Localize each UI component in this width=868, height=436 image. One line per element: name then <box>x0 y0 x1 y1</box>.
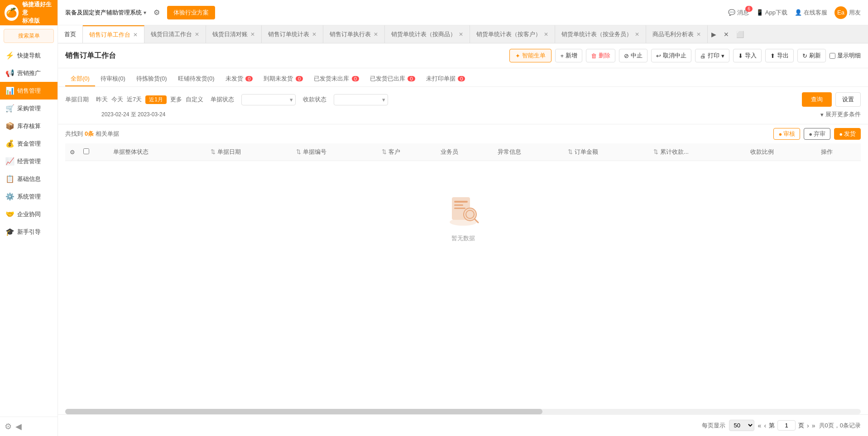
page-number-input[interactable] <box>777 420 796 431</box>
app-download-button[interactable]: 📱 App下载 <box>756 9 787 17</box>
sidebar-item-system[interactable]: ⚙️ 系统管理 <box>0 188 58 205</box>
th-status: 单据整体状态 <box>110 143 207 161</box>
cancel-stop-button[interactable]: ↩ 取消中止 <box>651 49 691 62</box>
tab-close-cash-reconcile[interactable]: ✕ <box>250 31 255 38</box>
prev-page-button[interactable]: ‹ <box>764 422 766 429</box>
tab-bar: 首页 销售订单工作台 ✕ 钱货日清工作台 ✕ 钱货日清对账 ✕ 销售订单统计表 … <box>58 25 868 43</box>
system-icon: ⚙️ <box>5 192 14 201</box>
sub-tab-unshipped[interactable]: 未发货 0 <box>220 72 259 86</box>
tab-restore[interactable]: ⬜ <box>733 25 748 43</box>
setting-button[interactable]: 设置 <box>835 92 861 107</box>
audit-button[interactable]: ● 审核 <box>773 128 800 140</box>
expand-conditions-button[interactable]: ▾ 展开更多条件 <box>820 110 861 118</box>
sort-amount-icon[interactable]: ⇅ <box>568 148 573 155</box>
sort-customer-icon[interactable]: ⇅ <box>382 148 387 155</box>
th-ratio: 收款比例 <box>747 143 817 161</box>
tab-sale-stats-product[interactable]: 销货单统计表（按商品） ✕ <box>385 25 470 43</box>
tab-close-goods-margin[interactable]: ✕ <box>696 31 701 38</box>
message-button[interactable]: 💬 消息 6 <box>728 9 749 17</box>
smart-generate-button[interactable]: ✦ 智能生单 <box>509 49 551 62</box>
page-size-select[interactable]: 50 10 20 100 <box>729 420 754 431</box>
settings-button[interactable]: ⚙ <box>152 8 162 17</box>
tab-close-sale-stats-product[interactable]: ✕ <box>459 31 463 38</box>
tab-close-all[interactable]: ✕ <box>720 25 733 43</box>
print-dropdown-icon: ▾ <box>721 52 724 59</box>
tab-close-sales-exec[interactable]: ✕ <box>374 31 378 38</box>
status-filter-label: 单据状态 <box>211 95 234 104</box>
tab-nav-more[interactable]: ▶ <box>708 25 720 43</box>
stop-button[interactable]: ⊘ 中止 <box>619 49 647 62</box>
industry-solution-button[interactable]: 体验行业方案 <box>167 6 215 19</box>
date-opt-7days[interactable]: 近7天 <box>127 95 142 104</box>
th-config[interactable]: ⚙ <box>65 143 80 161</box>
tab-sale-stats-customer[interactable]: 销货单统计表（按客户） ✕ <box>470 25 555 43</box>
sidebar-item-guide[interactable]: 🎓 新手引导 <box>0 223 58 241</box>
sidebar-item-basic[interactable]: 📋 基础信息 <box>0 170 58 188</box>
sub-tab-pending-review[interactable]: 待审核(0) <box>95 72 131 86</box>
print-button[interactable]: 🖨 打印 ▾ <box>695 49 729 62</box>
tab-close-sale-stats-staff[interactable]: ✕ <box>635 31 639 38</box>
date-opt-1month[interactable]: 近1月 <box>145 95 167 104</box>
sub-tab-all[interactable]: 全部(0) <box>65 72 95 86</box>
show-detail-checkbox[interactable] <box>830 53 835 59</box>
tab-sales-order[interactable]: 销售订单工作台 ✕ <box>83 25 144 43</box>
sidebar-settings-icon[interactable]: ⚙ <box>5 422 12 431</box>
table-summary: 共找到 0条 相关单据 ● 审核 ● 弃审 ● <box>65 124 861 143</box>
sidebar-item-sales[interactable]: 📊 销售管理 <box>0 82 58 100</box>
tab-sales-stats[interactable]: 销售订单统计表 ✕ <box>262 25 323 43</box>
horizontal-scrollbar[interactable] <box>65 409 861 414</box>
tab-goods-margin[interactable]: 商品毛利分析表 ✕ <box>646 25 708 43</box>
sub-tab-wangpu-pending[interactable]: 旺铺待发货(0) <box>173 72 220 86</box>
sidebar-item-enterprise[interactable]: 🤝 企业协同 <box>0 205 58 223</box>
tab-home[interactable]: 首页 <box>58 25 83 43</box>
tab-sale-stats-staff[interactable]: 销货单统计表（按业务员） ✕ <box>555 25 646 43</box>
first-page-button[interactable]: « <box>758 422 762 429</box>
date-opt-custom[interactable]: 自定义 <box>186 95 203 104</box>
sidebar-collapse-icon[interactable]: ◀ <box>15 422 22 431</box>
import-button[interactable]: ⬇ 导入 <box>733 49 762 62</box>
last-page-button[interactable]: » <box>812 422 815 429</box>
tab-close-cash-clear[interactable]: ✕ <box>195 31 199 38</box>
tab-close-sales-order[interactable]: ✕ <box>133 32 138 38</box>
payment-select[interactable] <box>334 94 388 105</box>
audit-dot: ● <box>778 131 782 137</box>
date-opt-yesterday[interactable]: 昨天 <box>96 95 108 104</box>
new-button[interactable]: + 新增 <box>555 49 582 62</box>
sidebar-item-finance[interactable]: 💰 资金管理 <box>0 135 58 152</box>
sort-received-icon[interactable]: ⇅ <box>653 148 658 155</box>
select-all-checkbox[interactable] <box>83 148 89 154</box>
sidebar-item-marketing[interactable]: 📢 营销推广 <box>0 64 58 82</box>
sort-number-icon[interactable]: ⇅ <box>296 148 301 155</box>
tab-cash-reconcile[interactable]: 钱货日清对账 ✕ <box>206 25 262 43</box>
tab-close-sales-stats[interactable]: ✕ <box>312 31 317 38</box>
sub-tab-pending-check[interactable]: 待拣验货(0) <box>131 72 173 86</box>
stop-icon: ⊘ <box>624 52 629 59</box>
user-area[interactable]: Ea 用友 <box>834 6 861 19</box>
sub-tab-expired-unshipped[interactable]: 到期未发货 0 <box>258 72 308 86</box>
sidebar-item-inventory[interactable]: 📦 库存核算 <box>0 117 58 135</box>
online-service-button[interactable]: 👤 在线客服 <box>795 9 827 17</box>
sidebar-item-purchase[interactable]: 🛒 采购管理 <box>0 100 58 117</box>
tab-sales-exec[interactable]: 销售订单执行表 ✕ <box>323 25 385 43</box>
sort-date-icon[interactable]: ⇅ <box>211 148 216 155</box>
query-button[interactable]: 查询 <box>802 92 832 107</box>
tab-close-sale-stats-customer[interactable]: ✕ <box>544 31 548 38</box>
sidebar-item-operation[interactable]: 📈 经营管理 <box>0 152 58 170</box>
sidebar-item-quick-nav[interactable]: ⚡ 快捷导航 <box>0 47 58 64</box>
next-page-button[interactable]: › <box>807 422 809 429</box>
refresh-button[interactable]: ↻ 刷新 <box>797 49 826 62</box>
delete-button[interactable]: 🗑 删除 <box>586 49 615 62</box>
sub-tab-shipped-not-out[interactable]: 已发货未出库 0 <box>308 72 364 86</box>
sub-tab-unprinted[interactable]: 未打印单据 0 <box>421 72 471 86</box>
status-select[interactable] <box>241 94 296 105</box>
tab-cash-clear[interactable]: 钱货日清工作台 ✕ <box>144 25 206 43</box>
scrollbar-thumb[interactable] <box>65 409 542 414</box>
search-menu-button[interactable]: 搜索菜单 <box>4 29 54 43</box>
date-opt-today[interactable]: 今天 <box>111 95 123 104</box>
export-button[interactable]: ⬆ 导出 <box>765 49 794 62</box>
system-title-area[interactable]: 装备及固定资产辅助管理系统 ▾ <box>65 9 146 17</box>
date-opt-more[interactable]: 更多 <box>170 95 182 104</box>
ship-button[interactable]: ● 发货 <box>834 128 861 140</box>
cancel-audit-button[interactable]: ● 弃审 <box>804 128 830 140</box>
sub-tab-shipped-out[interactable]: 已发货已出库 0 <box>364 72 421 86</box>
